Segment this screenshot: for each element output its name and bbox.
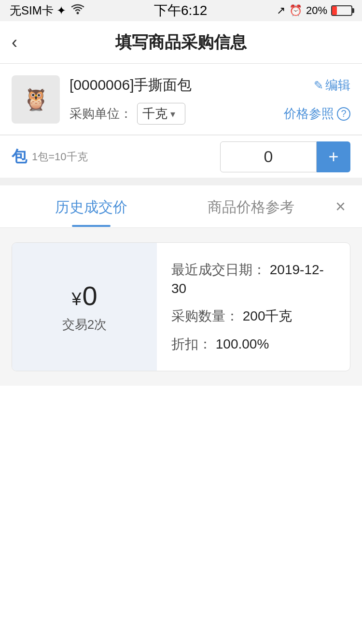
edit-icon: ✎ bbox=[314, 79, 323, 92]
discount-row: 折扣： 100.00% bbox=[171, 335, 335, 353]
edit-label: 编辑 bbox=[325, 77, 350, 94]
unit-label-text: 采购单位： bbox=[70, 105, 132, 122]
page-title: 填写商品采购信息 bbox=[115, 31, 247, 54]
quantity-unit-big: 包 bbox=[12, 146, 27, 168]
status-bar: 无SIM卡 ✦ 下午6:12 ↗ ⏰ 20% bbox=[0, 0, 362, 21]
status-left: 无SIM卡 ✦ bbox=[10, 3, 84, 18]
product-name: [0000006]手撕面包 bbox=[70, 75, 192, 95]
recent-date-label: 最近成交日期： bbox=[171, 262, 266, 277]
tab-history-price[interactable]: 历史成交价 bbox=[12, 186, 171, 227]
price-card: ¥ 0 交易2次 最近成交日期： 2019-12-30 采购数量： 200千克 … bbox=[12, 242, 350, 371]
product-thumb-icon: 🦉 bbox=[23, 87, 49, 112]
purchase-qty-value: 200千克 bbox=[243, 308, 292, 323]
quantity-input-area: 0 + bbox=[220, 141, 350, 172]
price-ref-label: 价格参照 bbox=[284, 105, 334, 122]
rest-area bbox=[0, 386, 362, 644]
product-unit-row: 采购单位： 千克 ▾ 价格参照 ? bbox=[70, 103, 350, 125]
status-time: 下午6:12 bbox=[154, 1, 208, 20]
discount-value: 100.00% bbox=[216, 336, 269, 351]
tab-price-ref-label: 商品价格参考 bbox=[208, 199, 294, 215]
unit-label: 采购单位： 千克 ▾ bbox=[70, 103, 185, 125]
location-icon: ↗ bbox=[277, 4, 285, 17]
back-button[interactable]: ‹ bbox=[12, 32, 17, 53]
battery-percent: 20% bbox=[306, 4, 327, 17]
edit-button[interactable]: ✎ 编辑 bbox=[314, 77, 350, 94]
price-reference-button[interactable]: 价格参照 ? bbox=[284, 105, 350, 122]
product-header: [0000006]手撕面包 ✎ 编辑 bbox=[70, 75, 350, 95]
status-right: ↗ ⏰ 20% bbox=[277, 4, 352, 17]
quantity-value: 0 bbox=[264, 147, 273, 166]
price-value: 0 bbox=[82, 280, 97, 311]
price-summary: ¥ 0 交易2次 bbox=[12, 243, 157, 371]
history-content: ¥ 0 交易2次 最近成交日期： 2019-12-30 采购数量： 200千克 … bbox=[0, 228, 362, 386]
tab-close-button[interactable]: × bbox=[331, 196, 350, 217]
discount-label: 折扣： bbox=[171, 336, 212, 351]
unit-select[interactable]: 千克 ▾ bbox=[137, 103, 185, 125]
nav-bar: ‹ 填写商品采购信息 bbox=[0, 21, 362, 64]
purchase-qty-row: 采购数量： 200千克 bbox=[171, 307, 335, 325]
wifi-icon bbox=[71, 4, 84, 17]
alarm-icon: ⏰ bbox=[289, 4, 302, 17]
transaction-count: 交易2次 bbox=[62, 316, 107, 333]
product-card: 🦉 [0000006]手撕面包 ✎ 编辑 采购单位： 千克 ▾ 价格参照 ? bbox=[0, 64, 362, 134]
battery-icon bbox=[331, 5, 352, 16]
quantity-unit-label: 包 1包=10千克 bbox=[12, 146, 88, 168]
tab-product-price-ref[interactable]: 商品价格参考 bbox=[171, 186, 330, 227]
quantity-plus-button[interactable]: + bbox=[317, 141, 350, 172]
purchase-qty-label: 采购数量： bbox=[171, 308, 239, 323]
price-ref-help-icon: ? bbox=[337, 107, 350, 121]
product-info: [0000006]手撕面包 ✎ 编辑 采购单位： 千克 ▾ 价格参照 ? bbox=[70, 75, 350, 125]
recent-date-row: 最近成交日期： 2019-12-30 bbox=[171, 260, 335, 298]
price-currency: ¥ bbox=[71, 289, 81, 309]
section-divider bbox=[0, 178, 362, 185]
product-title: 手撕面包 bbox=[134, 77, 192, 93]
svg-point-0 bbox=[77, 12, 79, 14]
unit-dropdown-arrow: ▾ bbox=[170, 108, 175, 120]
product-id: [0000006] bbox=[70, 77, 134, 93]
carrier-text: 无SIM卡 ✦ bbox=[10, 3, 66, 18]
price-amount: ¥ 0 bbox=[71, 280, 97, 311]
quantity-row: 包 1包=10千克 0 + bbox=[0, 135, 362, 178]
price-details: 最近成交日期： 2019-12-30 采购数量： 200千克 折扣： 100.0… bbox=[157, 243, 350, 371]
product-thumbnail: 🦉 bbox=[12, 75, 60, 124]
quantity-unit-sub: 1包=10千克 bbox=[32, 150, 88, 164]
unit-select-value: 千克 bbox=[142, 105, 167, 122]
tab-bar: 历史成交价 商品价格参考 × bbox=[0, 185, 362, 228]
quantity-input[interactable]: 0 bbox=[220, 141, 317, 172]
plus-icon: + bbox=[328, 147, 338, 167]
tab-history-label: 历史成交价 bbox=[55, 199, 127, 215]
